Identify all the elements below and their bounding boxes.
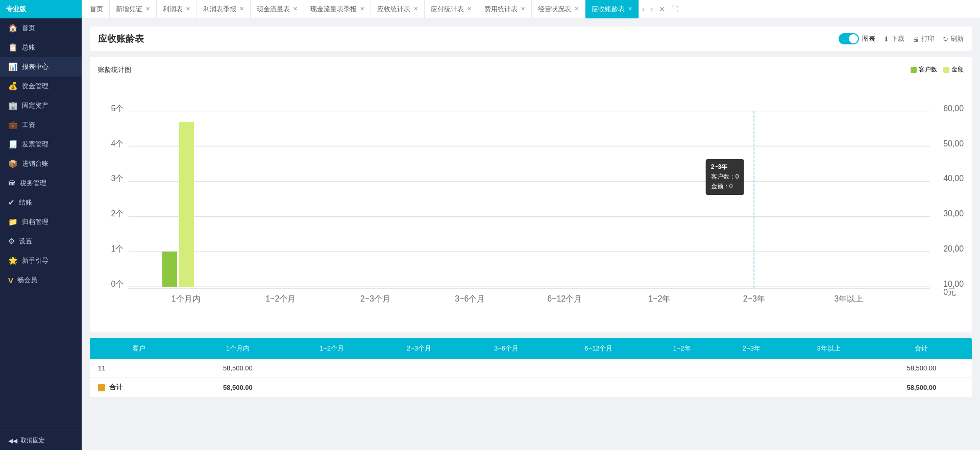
legend-amount: 金额: [943, 65, 964, 74]
table-total-row: 合计 58,500.00 58,500.00: [90, 378, 972, 397]
tab-bar: 首页 新增凭证 ✕ 利润表 ✕ 利润表季报 ✕ 现金流量表 ✕ 现金流量表季报 …: [82, 0, 980, 18]
tab-home[interactable]: 首页: [84, 0, 110, 18]
sidebar-item-salary[interactable]: 💼 工资: [0, 115, 82, 135]
tab-cashflow-q[interactable]: 现金流量表季报 ✕: [304, 0, 371, 18]
download-btn[interactable]: ⬇ 下载: [884, 34, 904, 43]
total-3-6m: [463, 378, 550, 397]
print-btn[interactable]: 🖨 打印: [913, 34, 935, 43]
cell-2-3y: [717, 359, 786, 378]
sidebar: 专业版 🏠 首页 📋 总账 📊 报表中心 💰 资金管理 🏢 固定资产 💼 工资 …: [0, 0, 82, 450]
vip-icon: V: [8, 276, 13, 285]
tab-payable-stat[interactable]: 应付统计表 ✕: [425, 0, 478, 18]
refresh-label: 刷新: [950, 34, 964, 43]
assets-icon: 🏢: [8, 101, 18, 110]
pin-label: 取消固定: [20, 436, 45, 445]
sidebar-item-ledger[interactable]: 📋 总账: [0, 38, 82, 57]
page-title: 应收账龄表: [98, 33, 144, 45]
sidebar-logo: 专业版: [0, 0, 82, 18]
sidebar-item-stock[interactable]: 📦 进销台账: [0, 154, 82, 173]
total-2-3y: [717, 378, 786, 397]
download-icon: ⬇: [884, 35, 889, 43]
total-1m: 58,500.00: [187, 378, 288, 397]
legend-customer-dot: [911, 67, 917, 73]
tab-cashflow[interactable]: 现金流量表 ✕: [251, 0, 304, 18]
tab-payable-stat-close[interactable]: ✕: [467, 6, 472, 12]
total-text: 合计: [109, 383, 122, 391]
svg-text:60,000.00元: 60,000.00元: [943, 104, 964, 113]
chart-toggle-wrap: 图表: [839, 33, 875, 44]
sidebar-item-tax[interactable]: 🏛 税务管理: [0, 173, 82, 193]
tab-receivable-stat[interactable]: 应收统计表 ✕: [371, 0, 425, 18]
tab-fullscreen-btn[interactable]: ⛶: [668, 0, 681, 18]
cell-1-2m: [288, 359, 375, 378]
print-label: 打印: [921, 34, 935, 43]
sidebar-item-label: 新手引导: [22, 256, 48, 265]
tab-cashflow-label: 现金流量表: [257, 5, 290, 14]
invoice-icon: 🧾: [8, 140, 18, 149]
chart-legend: 客户数 金额: [911, 65, 964, 74]
reports-icon: 📊: [8, 62, 18, 71]
tab-cashflow-q-close[interactable]: ✕: [360, 6, 364, 12]
tab-profit-q-close[interactable]: ✕: [239, 6, 244, 12]
settings-icon: ⚙: [8, 237, 15, 246]
tab-profit-close[interactable]: ✕: [186, 6, 190, 12]
sidebar-item-guide[interactable]: 🌟 新手引导: [0, 251, 82, 270]
tab-expense-stat-close[interactable]: ✕: [521, 6, 525, 12]
svg-text:30,000.00元: 30,000.00元: [943, 209, 964, 218]
svg-text:2~3年: 2~3年: [743, 294, 765, 303]
sidebar-item-label: 报表中心: [22, 62, 48, 71]
tab-aging-close[interactable]: ✕: [628, 6, 632, 12]
sidebar-item-vip[interactable]: V 畅会员: [0, 270, 82, 290]
tab-business-stat[interactable]: 经营状况表 ✕: [532, 0, 585, 18]
sidebar-item-label: 固定资产: [22, 101, 48, 110]
sidebar-item-label: 归档管理: [22, 217, 48, 227]
main-area: 首页 新增凭证 ✕ 利润表 ✕ 利润表季报 ✕ 现金流量表 ✕ 现金流量表季报 …: [82, 0, 980, 450]
table-container: 客户 1个月内 1~2个月 2~3个月 3~6个月 6~12个月 1~2年 2~…: [90, 338, 972, 397]
sidebar-item-reports[interactable]: 📊 报表中心: [0, 57, 82, 77]
cell-1m: 58,500.00: [187, 359, 288, 378]
sidebar-item-invoice[interactable]: 🧾 发票管理: [0, 135, 82, 154]
sidebar-item-label: 畅会员: [17, 276, 37, 285]
checkout-icon: ✔: [8, 198, 15, 207]
refresh-btn[interactable]: ↻ 刷新: [943, 34, 964, 43]
cell-3-6m: [463, 359, 550, 378]
tab-receivable-stat-label: 应收统计表: [377, 5, 410, 14]
download-label: 下载: [891, 34, 904, 43]
sidebar-item-label: 税务管理: [20, 179, 46, 188]
sidebar-item-label: 总账: [22, 43, 35, 52]
legend-amount-label: 金额: [951, 65, 964, 74]
bar-amount-0: [179, 122, 194, 287]
sidebar-item-label: 工资: [22, 120, 35, 130]
total-3y: [787, 378, 871, 397]
tab-cashflow-close[interactable]: ✕: [293, 6, 298, 12]
total-label: 合计: [90, 378, 187, 397]
cell-3y: [787, 359, 871, 378]
tab-voucher-close[interactable]: ✕: [145, 6, 150, 12]
tab-business-stat-label: 经营状况表: [538, 5, 571, 14]
tab-profit[interactable]: 利润表 ✕: [157, 0, 197, 18]
tab-profit-q[interactable]: 利润表季报 ✕: [197, 0, 251, 18]
sidebar-item-archive[interactable]: 📁 归档管理: [0, 212, 82, 232]
tab-voucher[interactable]: 新增凭证 ✕: [110, 0, 157, 18]
sidebar-item-checkout[interactable]: ✔ 结账: [0, 193, 82, 212]
tab-business-stat-close[interactable]: ✕: [574, 6, 579, 12]
tab-next-btn[interactable]: ›: [648, 0, 656, 18]
svg-text:2~3个月: 2~3个月: [360, 294, 390, 303]
tab-receivable-stat-close[interactable]: ✕: [413, 6, 418, 12]
tab-prev-btn[interactable]: ‹: [639, 0, 648, 18]
chart-toggle[interactable]: [839, 33, 859, 44]
total-total: 58,500.00: [871, 378, 972, 397]
sidebar-item-funds[interactable]: 💰 资金管理: [0, 77, 82, 96]
sidebar-pin-toggle[interactable]: ◀◀ 取消固定: [0, 431, 82, 450]
svg-text:1~2个月: 1~2个月: [265, 294, 296, 303]
tab-aging[interactable]: 应收账龄表 ✕: [585, 0, 639, 18]
sidebar-item-settings[interactable]: ⚙ 设置: [0, 232, 82, 251]
legend-amount-dot: [943, 67, 949, 73]
tab-close-all-btn[interactable]: ✕: [656, 0, 668, 18]
legend-customer-label: 客户数: [919, 65, 937, 74]
sidebar-item-home[interactable]: 🏠 首页: [0, 18, 82, 38]
sidebar-item-label: 首页: [22, 23, 35, 33]
tab-expense-stat[interactable]: 费用统计表 ✕: [478, 0, 532, 18]
cell-2-3m: [375, 359, 462, 378]
sidebar-item-assets[interactable]: 🏢 固定资产: [0, 96, 82, 115]
